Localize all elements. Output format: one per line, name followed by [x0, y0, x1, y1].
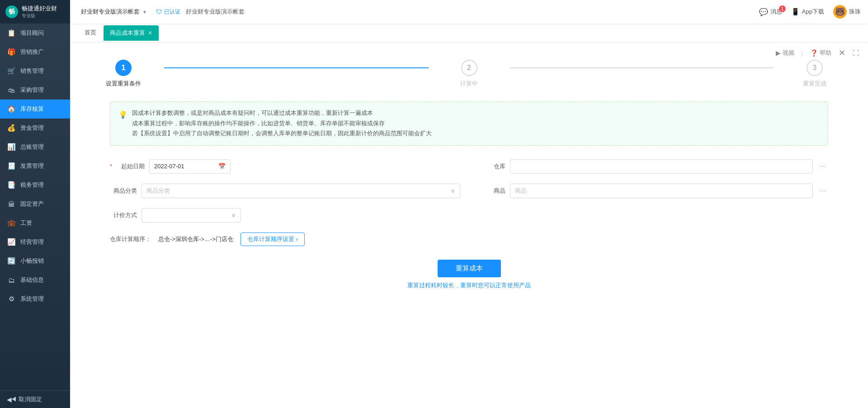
step-3: 3 重算完成: [774, 60, 855, 88]
help-button[interactable]: ❓ 帮助: [810, 49, 831, 57]
sidebar-item-salary[interactable]: 💼 工资: [0, 213, 70, 232]
sidebar-item-purchase[interactable]: 🛍 采购管理: [0, 81, 70, 100]
tab-close-icon[interactable]: ✕: [148, 30, 152, 36]
video-button[interactable]: ▶ 视频: [776, 49, 794, 57]
notification-badge: 1: [779, 5, 786, 12]
pricing-label: 计价方式: [110, 211, 137, 219]
avatar: 🐻: [833, 5, 847, 19]
product-field: 商品 商品 ···: [478, 184, 829, 198]
step-2: 2 计算中: [429, 60, 510, 88]
sidebar-item-expense[interactable]: 🔄 小畅报销: [0, 251, 70, 270]
shield-icon: 🛡: [156, 8, 162, 15]
top-header: 好业财专业版演示帐套 ▼ 🛡 已认证 好业财专业版演示帐套 💬 1 消息 📱 A…: [70, 0, 868, 24]
steps-container: 1 设置重算条件 2 计算中 3 重算完成: [83, 60, 855, 88]
calendar-icon[interactable]: 📅: [218, 163, 226, 170]
start-date-field: * 起始日期 2022-07-01 📅: [110, 159, 460, 174]
panel-close-button[interactable]: ✕: [839, 49, 845, 57]
content-wrapper: ▶ 视频 | ❓ 帮助 ✕ ⛶ 1 设置重算条件: [70, 43, 868, 408]
category-dropdown-icon: ∨: [451, 187, 455, 194]
product-more-icon[interactable]: ···: [817, 184, 828, 198]
sidebar-item-inventory[interactable]: 🏠 库存核算: [0, 100, 70, 119]
accounting-icon: 📊: [7, 142, 16, 152]
header-actions: 💬 1 消息 📱 App下载 🐻 珠珠: [759, 5, 861, 19]
warehouse-input[interactable]: [510, 159, 813, 174]
step-1: 1 设置重算条件: [83, 60, 164, 88]
operations-icon: 📈: [7, 237, 16, 247]
sidebar-item-operations[interactable]: 📈 经营管理: [0, 232, 70, 251]
warehouse-more-icon[interactable]: ···: [817, 159, 828, 174]
calc-order-label: 仓库计算顺序：: [110, 235, 151, 243]
salary-icon: 💼: [7, 218, 16, 228]
phone-icon: 📱: [791, 8, 800, 16]
form-row-1: * 起始日期 2022-07-01 📅 仓库 ···: [110, 159, 828, 174]
lightbulb-icon: 💡: [118, 109, 127, 139]
sidebar-item-marketing[interactable]: 🎁 营销推广: [0, 43, 70, 62]
start-date-label: 起始日期: [118, 162, 145, 171]
sales-icon: 🛒: [7, 66, 16, 76]
info-box: 💡 因成本计算参数调整，或是对商品成本有疑问时，可以通过成本重算功能，重新计算一…: [110, 101, 828, 146]
step-3-circle: 3: [807, 60, 823, 76]
verified-badge: 🛡 已认证: [156, 8, 180, 16]
step-2-label: 计算中: [460, 80, 478, 88]
sidebar-item-invoice[interactable]: 🧾 发票管理: [0, 157, 70, 176]
system-icon: ⚙: [7, 294, 16, 304]
form-row-3: 计价方式 ∨: [110, 208, 828, 223]
required-indicator: *: [110, 163, 112, 170]
user-avatar-area[interactable]: 🐻 珠珠: [833, 5, 861, 19]
calc-order-settings-button[interactable]: 仓库计算顺序设置 ›: [241, 232, 305, 246]
sidebar-nav: 📋 项目顾问 🎁 营销推广 🛒 销售管理 🛍 采购管理 🏠 库存核算 💰 资金管…: [0, 24, 70, 390]
app-download-button[interactable]: 📱 App下载: [791, 8, 824, 16]
account-name: 好业财专业版演示帐套: [81, 8, 140, 16]
message-icon: 💬: [759, 8, 768, 16]
project-icon: 📋: [7, 28, 16, 38]
company-name: 好业财专业版演示帐套: [186, 8, 245, 16]
start-date-input[interactable]: 2022-07-01 📅: [149, 159, 231, 174]
basic-icon: 🗂: [7, 275, 16, 285]
inventory-icon: 🏠: [7, 104, 16, 114]
tab-recalculate[interactable]: 商品成本重算 ✕: [104, 25, 159, 41]
sidebar-item-accounting[interactable]: 📊 总账管理: [0, 138, 70, 157]
logo-icon: 畅: [5, 5, 18, 18]
info-text: 因成本计算参数调整，或是对商品成本有疑问时，可以通过成本重算功能，重新计算一遍成…: [132, 108, 432, 139]
step-3-label: 重算完成: [803, 80, 826, 88]
chevron-down-icon: ▼: [142, 9, 147, 14]
marketing-icon: 🎁: [7, 47, 16, 57]
page-content: 1 设置重算条件 2 计算中 3 重算完成: [74, 46, 864, 299]
sidebar-item-finance[interactable]: 💰 资金管理: [0, 119, 70, 138]
tax-icon: 📑: [7, 180, 16, 190]
category-select[interactable]: 商品分类 ∨: [142, 184, 460, 198]
sidebar-item-tax[interactable]: 📑 税务管理: [0, 176, 70, 195]
warehouse-label: 仓库: [478, 162, 505, 171]
question-icon: ❓: [810, 49, 818, 57]
pricing-dropdown-icon: ∨: [231, 212, 236, 218]
pricing-select[interactable]: ∨: [142, 208, 241, 223]
step-2-circle: 2: [461, 60, 477, 76]
assets-icon: 🏛: [7, 199, 16, 209]
pricing-field: 计价方式 ∨: [110, 208, 460, 223]
recalculate-button[interactable]: 重算成本: [438, 260, 501, 277]
step-1-circle: 1: [115, 60, 132, 76]
sidebar-logo: 畅 畅捷通好业财 专业版: [0, 0, 70, 24]
recalculate-hint: 重算过程耗时较长，重算时您可以正常使用产品: [83, 282, 855, 289]
panel-expand-button[interactable]: ⛶: [853, 49, 859, 57]
main-area: 好业财专业版演示帐套 ▼ 🛡 已认证 好业财专业版演示帐套 💬 1 消息 📱 A…: [70, 0, 868, 408]
step-1-label: 设置重算条件: [106, 80, 141, 88]
calc-order-value: 总仓->深圳仓库->…->门店仓: [158, 235, 233, 243]
tab-home[interactable]: 首页: [77, 24, 104, 42]
sidebar-item-basic[interactable]: 🗂 基础信息: [0, 270, 70, 289]
sidebar-item-assets[interactable]: 🏛 固定资产: [0, 195, 70, 213]
sidebar-collapse-btn[interactable]: ◀ ◀ 取消固定: [0, 390, 70, 408]
form-section: * 起始日期 2022-07-01 📅 仓库 ···: [83, 159, 855, 223]
step-line-1: [164, 67, 429, 68]
warehouse-field: 仓库 ···: [478, 159, 829, 174]
sidebar-item-sales[interactable]: 🛒 销售管理: [0, 62, 70, 81]
sidebar-item-project[interactable]: 📋 项目顾问: [0, 24, 70, 43]
product-input[interactable]: 商品: [510, 184, 813, 198]
message-button[interactable]: 💬 1 消息: [759, 8, 782, 16]
sidebar-item-system[interactable]: ⚙ 系统管理: [0, 289, 70, 308]
account-selector[interactable]: 好业财专业版演示帐套 ▼: [77, 6, 151, 18]
category-label: 商品分类: [110, 187, 137, 195]
logo-text: 畅捷通好业财 专业版: [22, 5, 57, 19]
expense-icon: 🔄: [7, 256, 16, 266]
finance-icon: 💰: [7, 123, 16, 133]
